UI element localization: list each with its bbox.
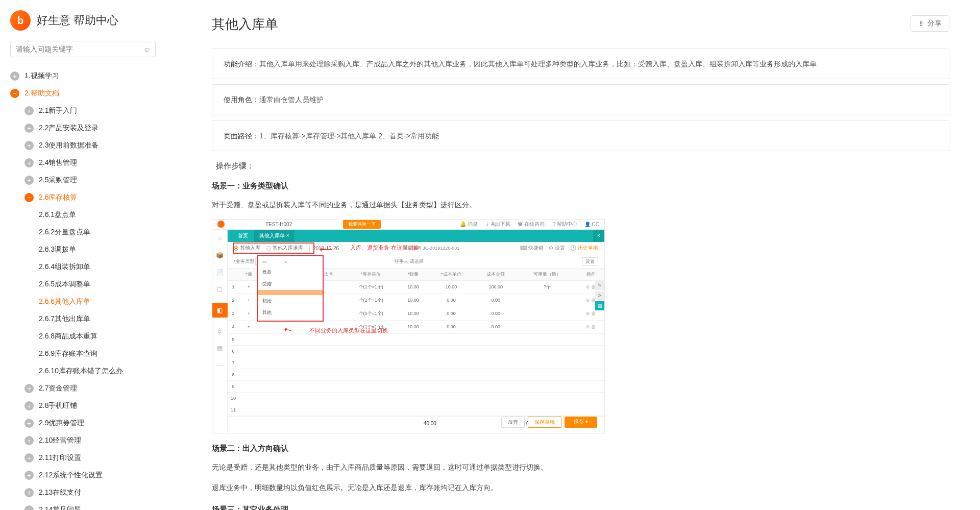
share-icon: ⇪ [918, 19, 924, 28]
shot-top-download: ⭳ App下载 [485, 221, 510, 228]
more-icon: ⋯ [216, 361, 224, 370]
dd-opt-5: 其他 [258, 307, 323, 319]
annotation-box-2: ▭ ⌕ 盘盈 受赠 初始 其他 [257, 255, 324, 322]
plus-icon: + [24, 505, 34, 510]
search-input[interactable] [16, 45, 145, 53]
nav-2-6-2[interactable]: 2.6.2分量盘点单 [39, 224, 156, 241]
filter-handler: 经手人 请选择 [395, 258, 424, 265]
nav-2-3[interactable]: +2.3使用前数据准备 [24, 137, 156, 154]
nav-2-6-3[interactable]: 2.6.3调拨单 [39, 241, 156, 258]
plus-icon: + [24, 176, 34, 185]
annotation-box-1 [233, 242, 314, 254]
nav-2-10[interactable]: +2.10经营管理 [24, 432, 156, 449]
shot-top-msg: 🔔 消息 [460, 221, 478, 228]
path-box: 页面路径：1、库存核算->库存管理->其他入库单 2、首页->常用功能 [212, 120, 949, 151]
plus-icon: + [24, 141, 34, 150]
nav-2-9[interactable]: +2.9优惠券管理 [24, 415, 156, 432]
logo-text: 好生意 帮助中心 [37, 13, 118, 28]
nav-docs[interactable]: −2.帮助文档 [10, 85, 156, 102]
filter-set-btn: 设置 [582, 257, 598, 266]
nav-2-5[interactable]: +2.5采购管理 [24, 172, 156, 189]
nav-label: 2.2产品安装及登录 [39, 124, 99, 133]
nav-2-6-children: 2.6.1盘点单 2.6.2分量盘点单 2.6.3调拨单 2.6.4组装拆卸单 … [24, 206, 156, 380]
shot-topbar: TEST-H002 我要体验一下 🔔 消息 ⭳ App下载 ☎ 在线咨询 ？帮助… [212, 220, 604, 230]
nav-2-4[interactable]: +2.4销售管理 [24, 154, 156, 172]
nav-2-6-4[interactable]: 2.6.4组装拆卸单 [39, 258, 156, 276]
plus-icon: + [24, 453, 34, 463]
plus-icon: + [24, 158, 34, 167]
shot-trial-button: 我要体验一下 [343, 220, 381, 229]
nav-label: 2.5采购管理 [39, 176, 77, 185]
arrow-icon: ⟵ [320, 244, 333, 255]
nav-2-8[interactable]: +2.8手机旺铺 [24, 397, 156, 415]
nav-2-6[interactable]: −2.6库存核算 [24, 189, 156, 206]
save-button: 保存 ▾ [565, 417, 597, 428]
save-draft-button: 保存草稿 [528, 417, 561, 428]
nav-label: 2.3使用前数据准备 [39, 141, 99, 150]
page-title: 其他入库单 [212, 15, 278, 33]
nav-2-6-1[interactable]: 2.6.1盘点单 [39, 206, 156, 224]
close-icon: × [593, 230, 604, 242]
nav-2-6-9[interactable]: 2.6.9库存账本查询 [39, 345, 156, 362]
history-link: 🕓 历史单据 [570, 245, 598, 252]
table-row: 10 [228, 392, 604, 404]
scene2-text2: 退库业务中，明细数量均以负值红色展示。无论是入库还是退库，库存账均记在入库方向。 [212, 481, 949, 495]
nav-2-6-8[interactable]: 2.6.8商品成本重算 [39, 328, 156, 345]
nav-label: 2.4销售管理 [39, 158, 77, 167]
shot-top-help: ？帮助中心 [552, 221, 577, 228]
role-box: 使用角色：通常由仓管人员维护 [212, 84, 949, 115]
path-text: 1、库存核算->库存管理->其他入库单 2、首页->常用功能 [259, 132, 439, 140]
nav-2-6-10[interactable]: 2.6.10库存账本错了怎么办 [39, 362, 156, 380]
plus-icon: + [24, 124, 34, 133]
settings-link: ⚙ 设置 [549, 245, 565, 252]
nav-2-12[interactable]: +2.12系统个性化设置 [24, 467, 156, 484]
nav-2-6-5[interactable]: 2.6.5成本调整单 [39, 276, 156, 293]
main-content: 其他入库单 ⇪分享 功能介绍：其他入库单用来处理除采购入库、产成品入库之外的其他… [166, 0, 980, 510]
pkg-icon: 📦 [216, 251, 224, 259]
discard-button: 放弃 [501, 417, 525, 428]
shot-main-area: 首页 其他入库单 × × 其他入库 其他入库退库 2019-12-26 单据编号… [228, 230, 604, 433]
scene1-text: 对于受赠、盘盈或是拆装入库等不同的业务，是通过单据头【业务类型】进行区分。 [212, 198, 949, 212]
plus-icon: + [24, 106, 34, 115]
nav-label: 1.视频学习 [24, 71, 59, 81]
shot-tab-home: 首页 [233, 230, 253, 242]
nav-2-14[interactable]: +2.14常见问题 [24, 501, 156, 510]
nav-videos[interactable]: +1.视频学习 [10, 67, 156, 85]
plus-icon: + [24, 488, 34, 497]
intro-label: 功能介绍： [224, 60, 259, 68]
minus-icon: − [24, 193, 34, 202]
sidebar: b 好生意 帮助中心 ⌕ +1.视频学习 −2.帮助文档 +2.1新手入门 +2… [0, 0, 166, 510]
dd-opt-3 [258, 290, 323, 295]
nav-label: 2.11打印设置 [39, 453, 81, 463]
nav-label: 2.6库存核算 [39, 193, 77, 202]
nav-2-11[interactable]: +2.11打印设置 [24, 449, 156, 467]
nav-label: 2.13在线支付 [39, 488, 81, 497]
nav-2-1[interactable]: +2.1新手入门 [24, 102, 156, 119]
table-row: 9 [228, 380, 604, 392]
plus-icon: + [24, 471, 34, 480]
nav-label: 2.14常见问题 [39, 505, 81, 510]
shot-top-avatar: 👤 CC [584, 222, 599, 227]
quick-keys: ⌨ 快捷键 [520, 245, 544, 252]
nav-2-6-7[interactable]: 2.6.7其他出库单 [39, 310, 156, 328]
share-button[interactable]: ⇪分享 [911, 15, 949, 32]
shot-side-nav: ⌂ 📦 📄 ☐ ◧ ₿ ▦ ⋯ [212, 230, 228, 433]
search-box[interactable]: ⌕ [10, 41, 156, 57]
intro-box: 功能介绍：其他入库单用来处理除采购入库、产成品入库之外的其他入库业务，因此其他入… [212, 48, 949, 79]
tool-icon: ✎ [595, 281, 604, 290]
scene1-title: 场景一：业务类型确认 [212, 181, 949, 191]
nav-label: 2.帮助文档 [24, 89, 59, 98]
tool-icon: ⟳ [595, 291, 604, 300]
nav-2-13[interactable]: +2.13在线支付 [24, 484, 156, 501]
home-icon: ⌂ [216, 234, 224, 242]
nav-2-6-6[interactable]: 2.6.6其他入库单 [39, 293, 156, 310]
logo: b 好生意 帮助中心 [10, 10, 156, 31]
minus-icon: − [10, 89, 19, 98]
plus-icon: + [24, 419, 34, 428]
box-icon: ☐ [216, 286, 224, 294]
nav-2-7[interactable]: +2.7资金管理 [24, 380, 156, 397]
search-icon[interactable]: ⌕ [145, 44, 150, 54]
shot-top-chat: ☎ 在线咨询 [518, 221, 545, 228]
nav-2-2[interactable]: +2.2产品安装及登录 [24, 119, 156, 137]
dd-opt-1: 盘盈 [258, 266, 323, 278]
